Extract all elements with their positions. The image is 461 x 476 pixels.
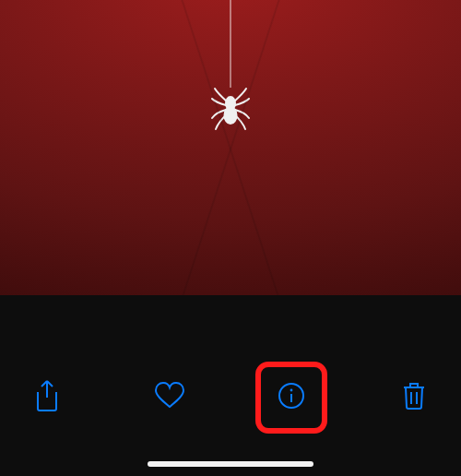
trash-icon bbox=[401, 381, 427, 414]
spider-thread bbox=[230, 0, 231, 88]
info-icon bbox=[278, 382, 305, 413]
toolbar-spacer bbox=[0, 295, 461, 356]
bottom-toolbar: Share Favorite Info bbox=[0, 356, 461, 476]
delete-button[interactable]: Delete bbox=[385, 369, 443, 426]
share-icon bbox=[33, 379, 61, 416]
info-button[interactable]: Info bbox=[263, 369, 320, 426]
share-button[interactable]: Share bbox=[18, 369, 76, 426]
heart-icon bbox=[154, 382, 185, 413]
svg-point-1 bbox=[225, 107, 237, 124]
svg-point-0 bbox=[226, 97, 235, 110]
photo-content[interactable] bbox=[0, 0, 461, 295]
svg-point-3 bbox=[290, 389, 293, 392]
photo-viewer-screen: Share Favorite Info bbox=[0, 0, 461, 476]
favorite-button[interactable]: Favorite bbox=[141, 369, 198, 426]
spider-graphic bbox=[209, 85, 252, 137]
home-indicator[interactable] bbox=[148, 461, 313, 467]
